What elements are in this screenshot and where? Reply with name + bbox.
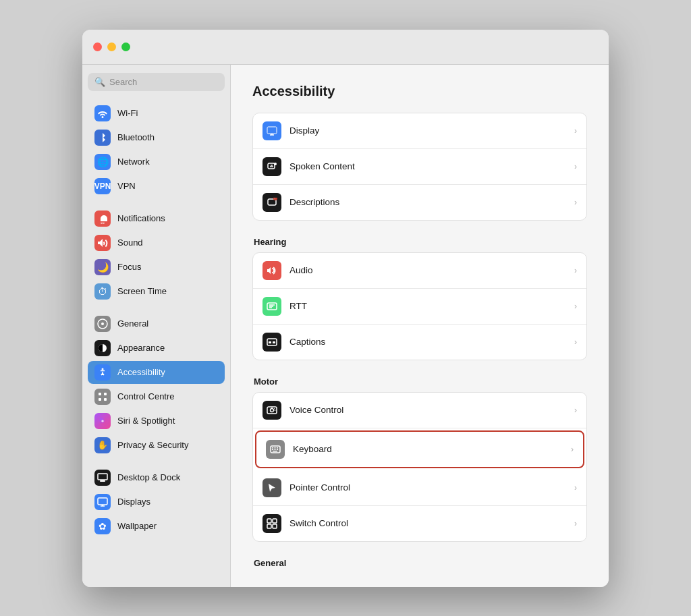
sound-icon — [94, 235, 111, 251]
svg-rect-38 — [272, 447, 273, 449]
keyboard-label: Keyboard — [293, 444, 563, 454]
content-area: 🔍 Search Wi-Fi Bluetooth — [82, 65, 609, 587]
svg-rect-41 — [272, 449, 273, 450]
sidebar-item-label-vpn: VPN — [117, 181, 136, 191]
wallpaper-icon: ✿ — [94, 518, 111, 534]
descriptions-chevron: › — [574, 198, 577, 207]
pointercontrol-label: Pointer Control — [289, 482, 566, 493]
siri-icon — [94, 413, 111, 429]
sidebar-item-siri[interactable]: Siri & Spotlight — [88, 410, 225, 432]
svg-point-4 — [102, 368, 104, 370]
hearing-heading: Hearing — [254, 237, 587, 247]
descriptions-icon: ! — [262, 193, 281, 212]
sidebar-item-network[interactable]: 🌐 Network — [88, 150, 225, 173]
page-title: Accessibility — [252, 84, 587, 99]
displays-icon — [94, 494, 111, 510]
setting-pointer-control[interactable]: Pointer Control › — [253, 470, 586, 506]
sidebar-item-sound[interactable]: Sound — [88, 231, 225, 254]
sidebar-divider-1 — [88, 199, 225, 206]
focus-icon: 🌙 — [94, 259, 111, 275]
sidebar-divider-3 — [88, 458, 225, 465]
spokencontent-chevron: › — [574, 162, 577, 171]
switchcontrol-label: Switch Control — [289, 518, 566, 528]
sidebar-item-privacy[interactable]: ✋ Privacy & Security — [88, 434, 225, 457]
svg-line-35 — [274, 408, 275, 410]
sidebar-item-accessibility[interactable]: Accessibility — [88, 361, 225, 384]
sidebar-item-bluetooth[interactable]: Bluetooth — [88, 126, 225, 149]
sidebar-item-displays[interactable]: Displays — [88, 491, 225, 513]
sidebar-item-vpn[interactable]: VPN VPN — [88, 175, 225, 198]
bluetooth-icon — [94, 130, 111, 146]
search-bar[interactable]: 🔍 Search — [88, 73, 225, 91]
svg-rect-18 — [268, 163, 275, 169]
pointercontrol-chevron: › — [574, 483, 577, 493]
svg-rect-31 — [273, 341, 275, 343]
svg-rect-12 — [98, 498, 107, 505]
maximize-button[interactable] — [121, 43, 130, 51]
network-icon: 🌐 — [94, 154, 111, 170]
spokencontent-label: Spoken Content — [289, 161, 566, 171]
notifications-icon — [94, 211, 111, 227]
voicecontrol-icon — [262, 401, 281, 420]
sidebar: 🔍 Search Wi-Fi Bluetooth — [82, 65, 231, 587]
setting-rtt[interactable]: RTT › — [253, 289, 586, 325]
svg-rect-10 — [98, 474, 107, 480]
setting-spoken-content[interactable]: Spoken Content › — [253, 149, 586, 185]
audio-icon — [262, 261, 281, 280]
main-window: 🔍 Search Wi-Fi Bluetooth — [82, 30, 609, 587]
search-icon: 🔍 — [94, 77, 105, 87]
svg-point-19 — [274, 163, 277, 165]
hearing-section: Hearing Audio › — [252, 237, 587, 360]
sidebar-item-screentime[interactable]: ⏱ Screen Time — [88, 280, 225, 303]
captions-chevron: › — [574, 337, 577, 347]
sidebar-item-label-bluetooth: Bluetooth — [117, 132, 155, 142]
audio-chevron: › — [574, 266, 577, 275]
display-label: Display — [289, 125, 566, 136]
sidebar-item-controlcentre[interactable]: Control Centre — [88, 385, 225, 408]
rtt-label: RTT — [289, 301, 566, 311]
setting-switch-control[interactable]: Switch Control › — [253, 506, 586, 541]
svg-rect-47 — [267, 524, 271, 528]
sidebar-item-label-displays: Displays — [117, 497, 150, 507]
sidebar-item-appearance[interactable]: Appearance — [88, 337, 225, 360]
sidebar-item-label-appearance: Appearance — [117, 343, 165, 353]
general-bottom-heading: General — [254, 558, 587, 568]
privacy-icon: ✋ — [94, 437, 111, 453]
keyboard-chevron: › — [571, 445, 574, 454]
voicecontrol-label: Voice Control — [289, 405, 566, 415]
minimize-button[interactable] — [107, 43, 116, 51]
setting-captions[interactable]: Captions › — [253, 325, 586, 360]
svg-rect-6 — [104, 393, 107, 395]
sidebar-item-general[interactable]: General — [88, 312, 225, 335]
sidebar-item-notifications[interactable]: Notifications — [88, 207, 225, 230]
display-icon — [262, 121, 281, 140]
svg-rect-11 — [100, 480, 105, 482]
svg-rect-40 — [277, 447, 278, 449]
svg-point-1 — [101, 323, 104, 325]
motor-section: Motor Voice Cont — [252, 376, 587, 542]
sidebar-item-focus[interactable]: 🌙 Focus — [88, 256, 225, 279]
setting-descriptions[interactable]: ! Descriptions › — [253, 185, 586, 220]
setting-keyboard[interactable]: Keyboard › — [255, 430, 584, 468]
switchcontrol-chevron: › — [574, 519, 577, 528]
sidebar-item-desktop[interactable]: Desktop & Dock — [88, 466, 225, 489]
svg-rect-45 — [267, 519, 271, 523]
sidebar-item-wifi[interactable]: Wi-Fi — [88, 102, 225, 125]
svg-rect-15 — [267, 127, 277, 134]
svg-rect-42 — [275, 449, 276, 450]
desktop-icon — [94, 470, 111, 486]
vpn-icon: VPN — [94, 178, 111, 194]
setting-voice-control[interactable]: Voice Control › — [253, 393, 586, 428]
setting-audio[interactable]: Audio › — [253, 253, 586, 289]
sidebar-item-label-general: General — [117, 318, 148, 329]
close-button[interactable] — [93, 43, 102, 51]
sidebar-item-wallpaper[interactable]: ✿ Wallpaper — [88, 515, 225, 538]
rtt-chevron: › — [574, 302, 577, 311]
sidebar-item-label-screentime: Screen Time — [117, 286, 167, 296]
svg-rect-5 — [99, 393, 101, 395]
title-bar — [82, 30, 609, 65]
sidebar-item-label-accessibility: Accessibility — [117, 367, 165, 377]
svg-point-33 — [271, 408, 274, 412]
setting-display[interactable]: Display › — [253, 113, 586, 149]
sidebar-item-label-sound: Sound — [117, 237, 143, 248]
